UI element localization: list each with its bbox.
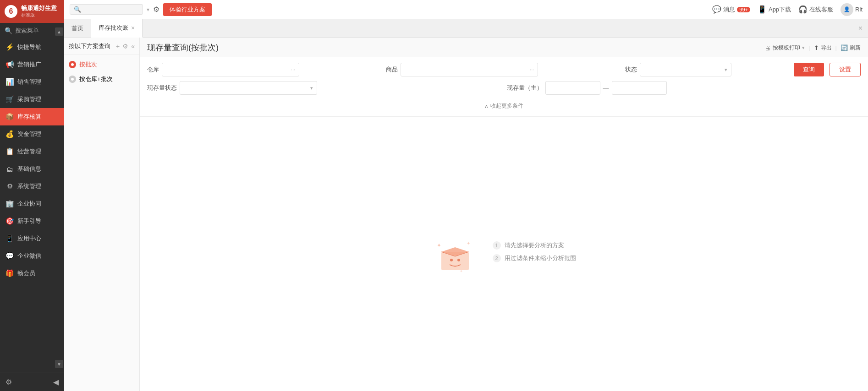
topbar-search-box[interactable]: 🔍 xyxy=(70,4,143,15)
sidebar-item-newguide[interactable]: 🎯 新手引导 xyxy=(0,212,64,230)
refresh-label: 刷新 xyxy=(850,44,861,52)
svg-text:✦: ✦ xyxy=(467,241,470,246)
empty-hints: 1 请先选择要分析的方案 2 用过滤条件来缩小分析范围 xyxy=(493,241,576,267)
scheme-warehouse-batch-label: 按仓库+批次 xyxy=(79,75,113,83)
product-label: 商品 xyxy=(386,65,398,74)
app-download-icon: 📱 xyxy=(758,5,767,14)
scheme-collapse-icon[interactable]: « xyxy=(131,43,135,50)
inventory-status-chevron[interactable]: ▾ xyxy=(310,85,313,91)
sidebar-item-label: 库存核算 xyxy=(17,113,41,121)
qty-min-input[interactable] xyxy=(545,81,600,95)
sidebar-item-finance[interactable]: 💰 资金管理 xyxy=(0,125,64,143)
online-service-label: 在线客服 xyxy=(809,5,833,14)
status-select[interactable]: ▾ xyxy=(640,63,731,76)
product-select[interactable]: ··· xyxy=(401,63,538,76)
page-title-bar: 现存量查询(按批次) 🖨 按模板打印 ▾ | ⬆ 导出 | 🔄 xyxy=(140,38,868,57)
export-label: 导出 xyxy=(821,44,832,52)
inventory-icon: 📦 xyxy=(5,113,14,121)
refresh-btn[interactable]: 🔄 刷新 xyxy=(841,44,861,52)
sidebar-item-member[interactable]: 🎁 畅会员 xyxy=(0,265,64,282)
sidebar-item-inventory[interactable]: 📦 库存核算 xyxy=(0,108,64,125)
quicknav-icon: ⚡ xyxy=(5,43,14,51)
sidebar-item-label: 企业微信 xyxy=(17,252,41,260)
sidebar-item-label: 畅会员 xyxy=(17,269,35,277)
sidebar-item-wechat[interactable]: 💬 企业微信 xyxy=(0,247,64,265)
sidebar-item-system[interactable]: ⚙ 系统管理 xyxy=(0,178,64,195)
product-more-icon[interactable]: ··· xyxy=(530,67,534,72)
inventory-status-select[interactable]: ▾ xyxy=(180,81,317,95)
collapse-conditions-btn[interactable]: ∧ 收起更多条件 xyxy=(147,99,861,111)
scheme-item-batch[interactable]: 按批次 xyxy=(64,57,139,72)
sidebar-item-sales[interactable]: 📊 销售管理 xyxy=(0,73,64,91)
user-name: Rit xyxy=(855,6,863,13)
empty-hint-1: 1 请先选择要分析的方案 xyxy=(493,241,576,250)
sidebar-item-purchase[interactable]: 🛒 采购管理 xyxy=(0,91,64,108)
sidebar-item-enterprise[interactable]: 🏢 企业协同 xyxy=(0,195,64,212)
sidebar-search[interactable]: 🔍 搜索菜单 xyxy=(0,23,64,38)
messages-icon: 💬 xyxy=(712,5,721,14)
sidebar-item-label: 采购管理 xyxy=(17,95,41,103)
user-avatar-btn[interactable]: 👤 Rit xyxy=(841,3,863,16)
sidebar-item-label: 销售管理 xyxy=(17,78,41,86)
topbar-search-icon: 🔍 xyxy=(74,6,81,13)
experience-btn[interactable]: 体验行业方案 xyxy=(163,3,212,16)
sidebar-item-marketing[interactable]: 📢 营销推广 xyxy=(0,56,64,73)
scheme-settings-icon[interactable]: ⚙ xyxy=(122,43,128,50)
collapse-sidebar-icon[interactable]: ◀ xyxy=(53,378,59,386)
print-icon: 🖨 xyxy=(765,44,771,51)
svg-point-0 xyxy=(71,63,74,66)
online-service-btn[interactable]: 🎧 在线客服 xyxy=(798,5,833,14)
qty-max-input[interactable] xyxy=(612,81,667,95)
status-chevron-icon[interactable]: ▾ xyxy=(725,67,727,73)
finance-icon: 💰 xyxy=(5,130,14,138)
warehouse-more-icon[interactable]: ··· xyxy=(291,67,295,72)
topbar-right: 💬 消息 99+ 📱 App下载 🎧 在线客服 👤 Rit xyxy=(712,3,863,16)
filter-product-group: 商品 ··· xyxy=(386,63,619,76)
warehouse-label: 仓库 xyxy=(147,65,159,74)
sidebar-item-operations[interactable]: 📋 经营管理 xyxy=(0,143,64,160)
tab-home[interactable]: 首页 xyxy=(64,19,91,38)
sidebar-footer: ⚙ ◀ xyxy=(0,373,64,391)
filter-row-2: 现存量状态 ▾ 现存量（主） — xyxy=(147,81,861,95)
sidebar-item-appcenter[interactable]: 📱 应用中心 xyxy=(0,230,64,247)
settings-button[interactable]: 设置 xyxy=(830,63,861,76)
settings-icon[interactable]: ⚙ xyxy=(5,378,12,386)
operations-icon: 📋 xyxy=(5,147,14,156)
svg-point-1 xyxy=(71,78,74,81)
sidebar-item-label: 应用中心 xyxy=(17,234,41,243)
scheme-panel-title: 按以下方案查询 xyxy=(69,42,110,50)
sidebar-scroll-down[interactable]: ▼ xyxy=(55,360,63,368)
tabbar: 首页 库存批次账 × × xyxy=(64,19,868,38)
topbar-search-input[interactable] xyxy=(83,6,138,13)
hint-num-1: 1 xyxy=(493,241,501,250)
main-right-area: 现存量查询(按批次) 🖨 按模板打印 ▾ | ⬆ 导出 | 🔄 xyxy=(140,38,868,391)
filter-status-group: 状态 ▾ xyxy=(625,63,788,76)
collapse-text: 收起更多条件 xyxy=(490,102,523,110)
query-button[interactable]: 查询 xyxy=(794,63,824,76)
scheme-item-warehouse-batch[interactable]: 按仓库+批次 xyxy=(64,72,139,87)
purchase-icon: 🛒 xyxy=(5,95,14,103)
tab-close-icon[interactable]: × xyxy=(131,24,135,32)
tab-home-label: 首页 xyxy=(71,24,83,33)
tab-inventory-batch-label: 库存批次账 xyxy=(99,24,128,32)
warehouse-select[interactable]: ··· xyxy=(162,63,299,76)
export-btn[interactable]: ⬆ 导出 xyxy=(814,44,832,52)
sidebar-item-basic[interactable]: 🗂 基础信息 xyxy=(0,160,64,178)
topbar-settings-icon[interactable]: ⚙ xyxy=(153,5,159,14)
tabbar-close-btn[interactable]: × xyxy=(858,24,863,33)
print-chevron-icon[interactable]: ▾ xyxy=(802,45,805,51)
svg-text:✦: ✦ xyxy=(460,269,463,273)
scheme-panel: 按以下方案查询 + ⚙ « 按批次 按仓库 xyxy=(64,38,140,391)
scheme-add-icon[interactable]: + xyxy=(116,43,120,50)
tab-inventory-batch[interactable]: 库存批次账 × xyxy=(91,19,143,38)
sidebar-item-quicknav[interactable]: ⚡ 快捷导航 xyxy=(0,38,64,56)
app-download-btn[interactable]: 📱 App下载 xyxy=(758,5,791,14)
user-avatar: 👤 xyxy=(841,3,853,16)
print-btn[interactable]: 🖨 按模板打印 ▾ xyxy=(765,44,805,52)
page-title-actions: 🖨 按模板打印 ▾ | ⬆ 导出 | 🔄 刷新 xyxy=(765,44,861,52)
topbar-dropdown-icon[interactable]: ▾ xyxy=(147,6,149,13)
headset-icon: 🎧 xyxy=(798,5,808,14)
sidebar-scroll-up[interactable]: ▲ xyxy=(55,27,63,36)
messages-btn[interactable]: 💬 消息 99+ xyxy=(712,5,750,14)
newguide-icon: 🎯 xyxy=(5,217,14,225)
